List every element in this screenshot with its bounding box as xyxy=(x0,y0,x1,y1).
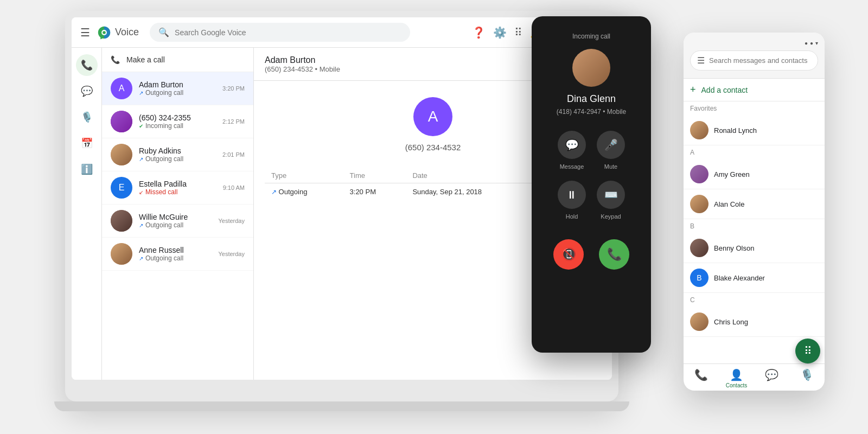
caller-name: Adam Burton xyxy=(139,80,216,89)
avatar xyxy=(111,210,132,232)
message-control[interactable]: 💬 Message xyxy=(558,131,586,170)
mobile-nav-voicemail[interactable]: 🎙️ xyxy=(789,368,825,388)
mobile-contacts-panel: ● ● ▾ ☰ + Add a contact Favorites Ronald… xyxy=(684,33,825,391)
call-type: ↗ Outgoing call xyxy=(139,155,216,163)
contact-number: (650) 234-4532 • Mobile xyxy=(265,65,523,73)
incoming-call-label: Incoming call xyxy=(572,33,610,40)
contacts-nav-label: Contacts xyxy=(726,382,747,388)
sidebar-item-messages[interactable]: 💬 xyxy=(76,80,98,102)
keypad-control-icon[interactable]: ⌨️ xyxy=(597,181,625,209)
contact-name: Alan Cole xyxy=(714,200,744,208)
status-dot: ● xyxy=(805,40,808,46)
add-contact-button[interactable]: + Add a contact xyxy=(684,79,825,101)
fab-button[interactable]: ⠿ xyxy=(795,339,820,363)
call-time: 9:10 AM xyxy=(223,184,245,191)
decline-call-button[interactable]: 📵 xyxy=(553,239,584,270)
call-time: 3:20 PM xyxy=(222,85,245,92)
table-header-time: Time xyxy=(343,168,406,183)
make-call-phone-icon: 📞 xyxy=(111,55,120,64)
keypad-control[interactable]: ⌨️ Keypad xyxy=(597,181,625,220)
contact-name: Amy Green xyxy=(714,170,750,178)
contact-name: Adam Burton xyxy=(265,55,523,65)
section-header-favorites: Favorites xyxy=(684,101,825,116)
caller-name: (650) 324-2355 xyxy=(139,113,216,122)
call-list-item[interactable]: (650) 324-2355 ✔ Incoming call 2:12 PM xyxy=(102,105,253,138)
contact-header-info: Adam Burton (650) 234-4532 • Mobile xyxy=(265,55,523,73)
call-item-info: Adam Burton ↗ Outgoing call xyxy=(139,80,216,97)
sidebar-item-info[interactable]: ℹ️ xyxy=(76,158,98,180)
call-type: ↗ Outgoing call xyxy=(139,254,212,262)
add-contact-label: Add a contact xyxy=(701,86,748,94)
avatar: A xyxy=(111,78,132,99)
accept-call-button[interactable]: 📞 xyxy=(599,239,629,270)
laptop-screen: ☰ Voice 🔍 ❓ ⚙️ ⠿ 🔔 xyxy=(72,17,612,380)
call-log-time: 3:20 PM xyxy=(343,183,406,201)
contacts-list: Favorites Ronald Lynch A Amy Green Alan … xyxy=(684,101,825,363)
make-call-label: Make a call xyxy=(126,55,165,64)
avatar xyxy=(690,195,709,213)
mobile-search-bar[interactable]: ☰ xyxy=(690,50,818,71)
avatar xyxy=(690,239,709,257)
avatar: E xyxy=(111,177,132,199)
avatar: B xyxy=(690,269,709,287)
mobile-nav-messages[interactable]: 💬 xyxy=(754,368,789,388)
call-controls-grid: 💬 Message 🎤 Mute ⏸ Hold ⌨️ Keypad xyxy=(558,131,625,220)
caller-name: Anne Russell xyxy=(139,246,212,254)
contact-name: Blake Alexander xyxy=(714,274,765,282)
call-action-buttons: 📵 📞 xyxy=(553,239,629,270)
apps-grid-icon[interactable]: ⠿ xyxy=(514,26,522,39)
phone-icon: 📞 xyxy=(694,368,708,381)
contact-name: Ronald Lynch xyxy=(714,126,757,135)
laptop-base xyxy=(54,401,629,411)
mobile-search-input[interactable] xyxy=(709,56,811,65)
call-list-item[interactable]: Willie McGuire ↗ Outgoing call Yesterday xyxy=(102,205,253,238)
contact-row[interactable]: Ronald Lynch xyxy=(684,116,825,145)
contact-row[interactable]: Alan Cole xyxy=(684,189,825,219)
mobile-menu-icon[interactable]: ☰ xyxy=(697,55,705,66)
make-a-call-button[interactable]: 📞 Make a call xyxy=(102,48,253,72)
app-logo: Voice xyxy=(97,25,139,40)
voicemail-icon: 🎙️ xyxy=(800,368,814,381)
call-list-item[interactable]: Ruby Adkins ↗ Outgoing call 2:01 PM xyxy=(102,138,253,171)
call-item-info: (650) 324-2355 ✔ Incoming call xyxy=(139,113,216,130)
sidebar-item-calls[interactable]: 📞 xyxy=(76,54,98,76)
mute-control[interactable]: 🎤 Mute xyxy=(597,131,625,170)
mute-control-label: Mute xyxy=(604,163,617,170)
add-icon: + xyxy=(690,84,696,95)
call-time: 2:12 PM xyxy=(222,118,245,125)
contact-row[interactable]: Chris Long xyxy=(684,307,825,337)
section-header-b: B xyxy=(684,219,825,233)
hold-control-icon[interactable]: ⏸ xyxy=(558,181,586,209)
call-item-info: Anne Russell ↗ Outgoing call xyxy=(139,246,212,262)
caller-name: Ruby Adkins xyxy=(139,146,216,155)
mute-control-icon[interactable]: 🎤 xyxy=(597,131,625,159)
contact-row[interactable]: Benny Olson xyxy=(684,233,825,263)
svg-point-2 xyxy=(103,31,106,34)
message-control-icon[interactable]: 💬 xyxy=(558,131,586,159)
contact-row[interactable]: B Blake Alexander xyxy=(684,263,825,293)
app-name-label: Voice xyxy=(115,27,139,38)
hold-control[interactable]: ⏸ Hold xyxy=(558,181,586,220)
call-list-item[interactable]: E Estella Padilla ↙ Missed call 9:10 AM xyxy=(102,171,253,205)
avatar xyxy=(111,243,132,265)
search-input[interactable] xyxy=(175,28,401,37)
hamburger-menu-icon[interactable]: ☰ xyxy=(80,26,90,39)
caller-name: Dina Glenn xyxy=(567,93,616,105)
caller-name: Willie McGuire xyxy=(139,213,212,221)
call-list-item[interactable]: Anne Russell ↗ Outgoing call Yesterday xyxy=(102,238,253,271)
sidebar-item-calendar[interactable]: 📅 xyxy=(76,132,98,154)
avatar xyxy=(690,312,709,331)
help-icon[interactable]: ❓ xyxy=(472,26,486,39)
voice-logo-icon xyxy=(97,25,112,40)
contact-row[interactable]: Amy Green xyxy=(684,159,825,189)
mobile-nav-contacts[interactable]: 👤 Contacts xyxy=(719,368,754,388)
sidebar-item-voicemail[interactable]: 🎙️ xyxy=(76,106,98,128)
settings-icon[interactable]: ⚙️ xyxy=(493,26,507,39)
call-list: 📞 Make a call A Adam Burton ↗ Outgoing c… xyxy=(102,48,254,380)
mobile-nav-calls[interactable]: 📞 xyxy=(684,368,719,388)
avatar xyxy=(690,121,709,139)
call-list-item[interactable]: A Adam Burton ↗ Outgoing call 3:20 PM xyxy=(102,72,253,105)
search-bar[interactable]: 🔍 xyxy=(150,23,410,42)
call-log-type: ↗ Outgoing xyxy=(265,183,343,201)
search-icon: 🔍 xyxy=(158,27,169,37)
